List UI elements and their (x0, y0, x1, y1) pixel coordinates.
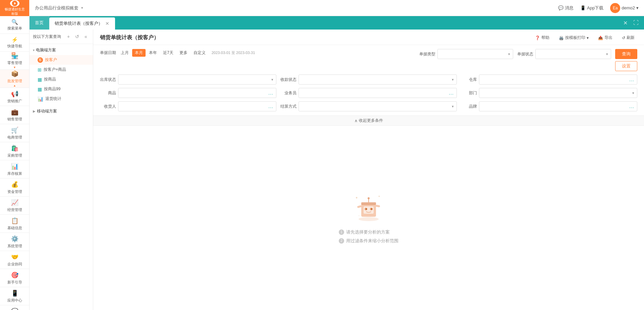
sidebar-item-retail[interactable]: 🏪 零售管理 ▾ (0, 52, 29, 70)
collapse-label: 收起更多条件 (359, 118, 383, 123)
scheme-item-by-customer[interactable]: 客 按客户 (30, 55, 93, 65)
out-status-select[interactable]: ▾ (118, 74, 276, 85)
basics-label: 基础信息 (7, 225, 22, 230)
sidebar-item-wholesale[interactable]: 📦 批发管理 ▴ (0, 70, 29, 88)
add-scheme-icon[interactable]: + (65, 33, 72, 40)
sidebar-item-search[interactable]: 🔍 搜索菜单 (0, 16, 29, 34)
date-option-last-month[interactable]: 上月 (118, 49, 131, 57)
tab-close-icon[interactable]: ✕ (105, 21, 109, 26)
message-icon: 💬 (558, 5, 564, 10)
sidebar-item-enterprise[interactable]: 🤝 企业协同 (0, 251, 29, 269)
settings-button[interactable]: 设置 (615, 61, 637, 71)
brand-select[interactable]: ... (479, 101, 637, 111)
date-option-this-year[interactable]: 本年 (146, 49, 160, 57)
mobile-group-title[interactable]: ▶ 移动端方案 (30, 106, 93, 116)
svg-text:✦: ✦ (355, 196, 358, 200)
sidebar-item-operations[interactable]: 📈 经营管理 (0, 197, 29, 215)
refresh-scheme-icon[interactable]: ↺ (73, 33, 81, 40)
sidebar-item-wechat[interactable]: 💬 企业微信 (0, 305, 29, 310)
operations-label: 经营管理 (7, 207, 22, 212)
collapse-bar[interactable]: ∧ 收起更多条件 (93, 116, 644, 126)
message-btn[interactable]: 💬 消息 (558, 5, 574, 11)
sidebar-item-newbie[interactable]: 🎯 新手引导 (0, 269, 29, 287)
retail-label: 零售管理 (7, 60, 22, 65)
sidebar-item-inventory[interactable]: 📊 库存核算 (0, 160, 29, 178)
enterprise-label: 企业协同 (7, 262, 22, 266)
tab-minimize-btn[interactable]: ✕ (621, 19, 629, 27)
warehouse-select[interactable]: ... (479, 74, 637, 85)
settlement-select[interactable]: ▾ (299, 101, 457, 111)
header-right: 💬 消息 📱 App下载 Ea demo2 ▾ (558, 3, 639, 13)
print-label: 按模板打印 (565, 35, 585, 41)
sidebar-item-ecommerce[interactable]: 🛒 电商管理 (0, 124, 29, 142)
sidebar-item-purchase[interactable]: 🛍️ 采购管理 (0, 142, 29, 160)
date-option-this-month[interactable]: 本月 (132, 49, 146, 57)
help-icon: ❓ (535, 36, 540, 40)
dept-select[interactable]: ▾ (479, 88, 637, 98)
query-button[interactable]: 查询 (615, 49, 637, 59)
salesman-select[interactable]: ... (299, 88, 457, 98)
by-customer-label: 按客户 (45, 57, 57, 63)
svg-point-9 (368, 197, 370, 199)
sidebar-item-sales[interactable]: 💼 销售管理 (0, 106, 29, 124)
product-select[interactable]: ... (118, 88, 276, 98)
collapse-up-icon: ∧ (355, 118, 358, 123)
sales-label: 销售管理 (7, 117, 22, 121)
refresh-btn[interactable]: ↺ 刷新 (619, 34, 637, 42)
collapse-scheme-icon[interactable]: « (82, 33, 90, 40)
scheme-item-by-product99[interactable]: ▦ 按商品99 (30, 84, 93, 94)
payment-status-select[interactable]: ▾ (299, 74, 457, 85)
purchase-label: 采购管理 (7, 153, 22, 158)
date-option-more[interactable]: 更多 (177, 49, 190, 57)
breadcrumb-text: 办公用品行业模拟账套 (35, 5, 78, 11)
sidebar-item-basics[interactable]: 📋 基础信息 (0, 215, 29, 233)
content-area: 按以下方案查询 + ↺ « ▾ 电脑端方案 客 按客户 ⊞ (30, 30, 644, 310)
marketing-label: 营销推广 (7, 99, 22, 103)
user-menu[interactable]: Ea demo2 ▾ (610, 3, 639, 13)
tab-sales-stats[interactable]: 销货单统计表（按客户） ✕ (49, 17, 115, 30)
scheme-item-by-customer-product[interactable]: ⊞ 按客户+商品 (30, 65, 93, 74)
user-dropdown-icon: ▾ (636, 5, 639, 10)
sidebar: 畅捷通好生意 标版 🔍 搜索菜单 ⚡ 快捷导航 🏪 零售管理 ▾ 📦 批发管理 … (0, 0, 30, 310)
export-btn[interactable]: 📤 导出 (595, 34, 615, 42)
type-dropdown-icon: ▾ (508, 52, 510, 56)
date-range: 2023-03-01 至 2023-03-31 (212, 50, 255, 55)
sidebar-item-marketing[interactable]: 📢 营销推广 (0, 88, 29, 106)
sidebar-item-app-center[interactable]: 📱 应用中心 (0, 287, 29, 305)
tip2-num: 2 (339, 238, 344, 244)
app-download-btn[interactable]: 📱 App下载 (580, 5, 603, 11)
export-label: 导出 (604, 35, 612, 41)
desktop-group-title[interactable]: ▾ 电脑端方案 (30, 45, 93, 55)
scheme-item-returns[interactable]: 📊 退货统计 (30, 94, 93, 104)
finance-label: 资金管理 (7, 189, 22, 194)
empty-area: ✦ ✦ • 1 请先选择要分析的方案 2 用过滤条件来缩小分析范围 (93, 126, 644, 310)
tip1-num: 1 (339, 229, 344, 235)
svg-text:•: • (359, 214, 360, 217)
receiver-dots-icon: ... (268, 104, 273, 109)
sidebar-item-finance[interactable]: 💰 资金管理 (0, 178, 29, 197)
dept-dropdown-icon: ▾ (632, 91, 634, 95)
date-option-last7[interactable]: 近7天 (160, 49, 176, 57)
mobile-group-label: 移动端方案 (37, 108, 57, 114)
tab-home[interactable]: 首页 (30, 16, 49, 30)
print-btn[interactable]: 🖨️ 按模板打印 ▾ (556, 34, 591, 42)
by-product99-label: 按商品99 (44, 86, 60, 92)
finance-icon: 💰 (11, 181, 18, 188)
tab-maximize-btn[interactable]: ⛶ (632, 19, 640, 27)
sidebar-item-quick-nav[interactable]: ⚡ 快捷导航 (0, 34, 29, 52)
type-label: 单据类型 (419, 51, 435, 57)
sidebar-item-system[interactable]: ⚙️ 系统管理 (0, 233, 29, 251)
date-option-custom[interactable]: 自定义 (191, 49, 208, 57)
receiver-select[interactable]: ... (118, 101, 276, 111)
scheme-item-by-product[interactable]: ▦ 按商品 (30, 74, 93, 84)
avatar-initials: Ea (613, 6, 618, 10)
help-btn[interactable]: ❓ 帮助 (532, 34, 552, 42)
status-label: 单据状态 (517, 51, 533, 57)
ecommerce-label: 电商管理 (7, 135, 22, 140)
type-select[interactable]: ▾ (437, 49, 513, 59)
returns-label: 退货统计 (45, 96, 61, 102)
breadcrumb-dropdown-icon[interactable]: ▾ (81, 6, 83, 10)
status-select[interactable]: ▾ (535, 49, 611, 59)
wholesale-icon: 📦 (11, 70, 18, 78)
svg-point-0 (359, 217, 379, 221)
